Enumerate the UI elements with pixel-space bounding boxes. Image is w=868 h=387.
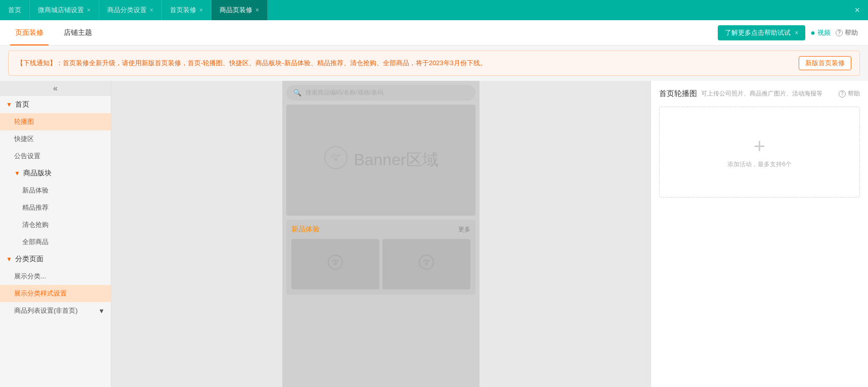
sidebar-item-announcement[interactable]: 公告设置 [0,148,111,165]
sidebar-item-category-style[interactable]: 展示分类样式设置 [0,285,111,302]
sidebar-item-featured[interactable]: 精品推荐 [0,199,111,216]
products-header: 新品体验 更多 [291,225,470,234]
video-dot-icon: ● [810,28,815,37]
home-section-arrow: ▼ [6,101,12,108]
sidebar-subsection-products[interactable]: ▼ 商品版块 [0,165,111,182]
sidebar-section-category[interactable]: ▼ 分类页面 [0,251,111,268]
product-card-1 [291,239,379,289]
video-link[interactable]: ● 视频 [810,28,831,37]
sidebar-item-all-products[interactable]: 全部商品 [0,233,111,251]
product-icon-2 [417,253,436,276]
close-product-decor-tab[interactable]: × [255,7,259,14]
help-link[interactable]: ? 帮助 [836,28,858,37]
collapse-icon: « [53,84,58,93]
tab-home[interactable]: 首页 [0,0,30,20]
sidebar: « ▼ 首页 轮播图 快捷区 公告设置 ▼ 商品版块 新品体验 精品推荐 清仓抢… [0,81,111,387]
right-panel: 首页轮播图 可上传公司照片、商品推广图片、活动海报等 ? 帮助 + 添加活动，最… [650,81,868,387]
tab-bar: 首页 微商城店铺设置 × 商品分类设置 × 首页装修 × 商品页装修 × × [0,0,868,20]
close-store-settings-tab[interactable]: × [87,7,91,14]
close-home-decor-tab[interactable]: × [199,7,203,14]
tab-category-settings[interactable]: 商品分类设置 × [99,0,162,20]
products-more: 更多 [458,225,470,234]
expand-icon: ▼ [98,307,105,315]
right-panel-subtitle: 可上传公司照片、商品推广图片、活动海报等 [701,89,822,98]
right-panel-header: 首页轮播图 可上传公司照片、商品推广图片、活动海报等 ? 帮助 [659,89,860,99]
sidebar-item-shortcut[interactable]: 快捷区 [0,130,111,148]
new-home-decor-button[interactable]: 新版首页装修 [799,56,851,70]
notice-text: 【下线通知】：首页装修全新升级，请使用新版首页装修，首页-轮播图、快捷区、商品板… [17,59,487,68]
banner-logo: Banner区域 [323,145,438,176]
close-category-settings-tab[interactable]: × [150,7,153,14]
main-layout: « ▼ 首页 轮播图 快捷区 公告设置 ▼ 商品版块 新品体验 精品推荐 清仓抢… [0,81,868,387]
help-banner[interactable]: 了解更多点击帮助试试 × [718,25,805,40]
center-preview: 🔍 搜索商品编码/名称/规格/条码 Banner区域 [111,81,650,387]
sidebar-item-product-list[interactable]: 商品列表设置(非首页) ▼ [0,302,111,319]
sidebar-item-new-experience[interactable]: 新品体验 [0,182,111,199]
help-banner-text: 了解更多点击帮助试试 [725,28,791,37]
sidebar-section-home[interactable]: ▼ 首页 [0,96,111,113]
banner-logo-icon [323,145,349,176]
preview-phone: 🔍 搜索商品编码/名称/规格/条码 Banner区域 [282,81,480,387]
sidebar-item-clearance[interactable]: 清仓抢购 [0,216,111,233]
right-panel-title: 首页轮播图 [659,89,697,99]
svg-point-5 [425,262,428,265]
products-section-arrow: ▼ [14,170,20,177]
tab-home-decor[interactable]: 首页装修 × [162,0,211,20]
preview-banner: Banner区域 [286,105,475,216]
help-icon: ? [839,90,846,98]
svg-point-3 [334,262,337,265]
preview-products-section: 新品体验 更多 [286,220,475,295]
product-icon-1 [326,253,344,276]
preview-search-bar: 🔍 搜索商品编码/名称/规格/条码 [286,85,475,101]
sidebar-item-show-category[interactable]: 展示分类... [0,268,111,285]
products-title: 新品体验 [291,225,320,234]
right-panel-help[interactable]: ? 帮助 [839,89,860,98]
window-close-button[interactable]: × [846,5,868,16]
tab-store-settings[interactable]: 微商城店铺设置 × [30,0,99,20]
sidebar-item-banner[interactable]: 轮播图 [0,113,111,130]
help-banner-close[interactable]: × [795,29,798,36]
sidebar-collapse-button[interactable]: « [0,81,111,96]
upload-plus-icon: + [754,136,765,156]
upload-area[interactable]: + 添加活动，最多支持6个 [659,107,860,198]
nav-page-decor[interactable]: 页面装修 [10,20,49,45]
svg-point-1 [334,157,338,161]
help-circle-icon: ? [836,29,843,36]
products-grid [291,239,470,289]
search-icon: 🔍 [293,89,301,96]
product-card-2 [382,239,470,289]
secondary-nav: 页面装修 店铺主题 了解更多点击帮助试试 × ● 视频 ? 帮助 [0,20,868,45]
category-section-arrow: ▼ [6,256,12,263]
nav-store-theme[interactable]: 店铺主题 [59,20,97,45]
notice-bar: 【下线通知】：首页装修全新升级，请使用新版首页装修，首页-轮播图、快捷区、商品板… [8,51,860,76]
upload-hint: 添加活动，最多支持6个 [727,160,792,169]
tab-product-decor[interactable]: 商品页装修 × [211,0,268,20]
banner-text: Banner区域 [354,149,438,171]
